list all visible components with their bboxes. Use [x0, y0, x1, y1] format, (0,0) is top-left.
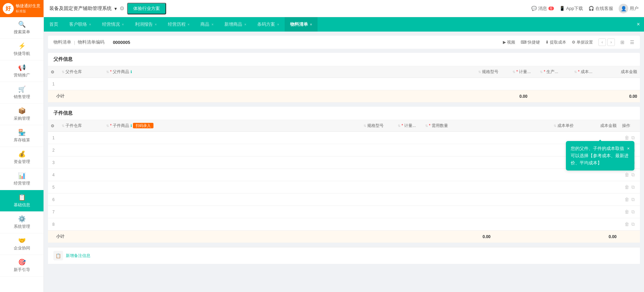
copy-icon-5[interactable]: ⧉: [631, 184, 635, 190]
child-cell-qty-1[interactable]: [422, 132, 551, 144]
child-cell-unit-price-6[interactable]: [551, 194, 585, 206]
child-cell-unit-7[interactable]: [395, 206, 422, 218]
add-note-icon[interactable]: 📋: [53, 251, 63, 260]
prev-arrow[interactable]: ‹: [598, 38, 606, 46]
child-cell-unit-1[interactable]: [395, 132, 422, 144]
tab-products-close[interactable]: ×: [211, 23, 213, 26]
user-button[interactable]: 👤 用户: [619, 4, 639, 13]
tab-barcode-close[interactable]: ×: [277, 23, 279, 26]
tab-bom-close[interactable]: ×: [310, 23, 312, 26]
child-cell-qty-3[interactable]: [422, 156, 551, 169]
tooltip-close-button[interactable]: ×: [627, 145, 630, 152]
child-cell-spec-7[interactable]: [361, 206, 395, 218]
parent-cell-cost-amount-1[interactable]: [606, 78, 640, 90]
child-cell-spec-1[interactable]: [361, 132, 395, 144]
tab-new-product[interactable]: 新增商品 ×: [219, 17, 252, 32]
child-cell-warehouse-7[interactable]: [59, 206, 103, 218]
child-cell-cost-amount-5[interactable]: [585, 181, 619, 194]
parent-cell-warehouse-1[interactable]: [59, 78, 103, 90]
child-th-settings[interactable]: ⚙: [48, 120, 59, 132]
add-note-link[interactable]: 新增备注信息: [66, 253, 90, 259]
service-button[interactable]: 🎧 在线客服: [589, 5, 613, 12]
child-cell-qty-6[interactable]: [422, 194, 551, 206]
video-action[interactable]: ▶ 视频: [503, 39, 515, 45]
sidebar-item-operations[interactable]: 📊 经营管理: [0, 168, 44, 190]
list-icon[interactable]: ☰: [630, 39, 634, 45]
child-cell-spec-6[interactable]: [361, 194, 395, 206]
tab-operations-close[interactable]: ×: [122, 23, 124, 26]
shortcut-action[interactable]: ⌨ 快捷键: [521, 39, 540, 45]
child-cell-product-3[interactable]: [103, 156, 361, 169]
sidebar-item-finance[interactable]: 💰 资金管理: [0, 147, 44, 168]
parent-th-settings[interactable]: ⚙: [48, 66, 59, 78]
single-settings-action[interactable]: ⚙ 单据设置: [572, 39, 593, 45]
sidebar-item-sales[interactable]: 🛒 销售管理: [0, 82, 44, 104]
child-cell-qty-8[interactable]: [422, 218, 551, 231]
child-cell-cost-amount-7[interactable]: [585, 206, 619, 218]
tab-history-close[interactable]: ×: [188, 23, 190, 26]
child-cell-spec-5[interactable]: [361, 181, 395, 194]
child-cell-spec-8[interactable]: [361, 218, 395, 231]
copy-icon-6[interactable]: ⧉: [631, 197, 635, 202]
child-cell-product-6[interactable]: [103, 194, 361, 206]
scan-button[interactable]: 扫码录入: [133, 123, 153, 128]
parent-cell-producer-1[interactable]: [537, 78, 571, 90]
tab-bom[interactable]: 物料清单 ×: [285, 17, 318, 32]
child-cell-warehouse-6[interactable]: [59, 194, 103, 206]
sidebar-item-system[interactable]: ⚙️ 系统管理: [0, 212, 44, 233]
child-cell-unit-price-7[interactable]: [551, 206, 585, 218]
child-cell-product-4[interactable]: [103, 169, 361, 181]
child-cell-warehouse-1[interactable]: [59, 132, 103, 144]
child-cell-product-1[interactable]: [103, 132, 361, 144]
sidebar-item-inventory[interactable]: 🏪 库存核算: [0, 125, 44, 147]
child-cell-cost-amount-8[interactable]: [585, 218, 619, 231]
delete-icon-6[interactable]: 🗑: [624, 197, 629, 202]
app-download-button[interactable]: 📱 App下载: [559, 5, 583, 12]
delete-icon-5[interactable]: 🗑: [624, 184, 629, 190]
tab-barcode[interactable]: 条码方案 ×: [252, 17, 285, 32]
child-cell-qty-7[interactable]: [422, 206, 551, 218]
child-cell-unit-2[interactable]: [395, 144, 422, 156]
message-button[interactable]: 💬 消息 6: [531, 5, 554, 12]
delete-icon-7[interactable]: 🗑: [624, 209, 629, 215]
child-cell-unit-3[interactable]: [395, 156, 422, 169]
child-cell-warehouse-8[interactable]: [59, 218, 103, 231]
parent-cell-product-1[interactable]: [103, 78, 475, 90]
tab-history[interactable]: 经营历程 ×: [162, 17, 195, 32]
parent-cell-spec-1[interactable]: [475, 78, 510, 90]
tab-profit-close[interactable]: ×: [155, 23, 157, 26]
parent-cell-cost-1[interactable]: [571, 78, 606, 90]
sidebar-item-guide[interactable]: 🎯 新手引导: [0, 255, 44, 277]
child-cell-warehouse-4[interactable]: [59, 169, 103, 181]
sidebar-item-quick-nav[interactable]: ⚡ 快捷导航: [0, 39, 44, 60]
topbar-dropdown[interactable]: ▾: [114, 6, 117, 11]
sidebar-item-enterprise[interactable]: 🤝 企业协同: [0, 233, 44, 255]
child-cell-product-8[interactable]: [103, 218, 361, 231]
child-cell-qty-5[interactable]: [422, 181, 551, 194]
child-cell-cost-amount-6[interactable]: [585, 194, 619, 206]
tab-home[interactable]: 首页: [44, 17, 64, 32]
child-cell-product-2[interactable]: [103, 144, 361, 156]
child-cell-qty-2[interactable]: [422, 144, 551, 156]
child-cell-unit-price-8[interactable]: [551, 218, 585, 231]
delete-icon-1[interactable]: 🗑: [624, 135, 629, 141]
tab-operations-stat[interactable]: 经营情况 ×: [97, 17, 129, 32]
child-cell-spec-2[interactable]: [361, 144, 395, 156]
child-cell-warehouse-5[interactable]: [59, 181, 103, 194]
child-cell-unit-4[interactable]: [395, 169, 422, 181]
child-cell-product-7[interactable]: [103, 206, 361, 218]
sidebar-item-search[interactable]: 🔍 搜索菜单: [0, 17, 44, 39]
child-cell-unit-8[interactable]: [395, 218, 422, 231]
tab-new-product-close[interactable]: ×: [244, 23, 246, 26]
delete-icon-8[interactable]: 🗑: [624, 221, 629, 227]
copy-icon-7[interactable]: ⧉: [631, 209, 635, 215]
trial-button[interactable]: 体验行业方案: [127, 3, 166, 14]
close-all-tabs-button[interactable]: ×: [633, 21, 644, 27]
child-cell-unit-6[interactable]: [395, 194, 422, 206]
sidebar-item-marketing[interactable]: 📢 营销推广: [0, 60, 44, 82]
topbar-gear-icon[interactable]: ⚙: [120, 5, 124, 12]
child-cell-qty-4[interactable]: [422, 169, 551, 181]
copy-icon-1[interactable]: ⧉: [631, 135, 635, 141]
tab-customers[interactable]: 客户联络 ×: [64, 17, 97, 32]
child-cell-warehouse-3[interactable]: [59, 156, 103, 169]
